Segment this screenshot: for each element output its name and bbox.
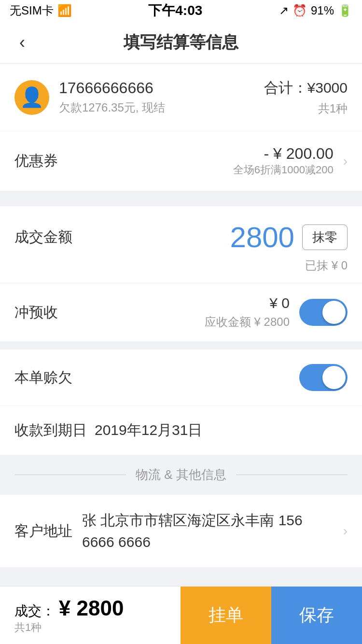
deal-amount-number: 2800 [230, 221, 294, 254]
status-time: 下午4:03 [148, 1, 202, 20]
logistics-line-left [14, 475, 126, 475]
deal-row: 成交金额 2800 抹零 [14, 221, 348, 254]
bottom-deal-info: 成交： ¥ 2800 共1种 [0, 596, 181, 635]
battery-level: 91% [311, 4, 334, 17]
page-title: 填写结算等信息 [124, 31, 238, 54]
coupon-discount: - ¥ 200.00 [233, 145, 334, 163]
nav-bar: ‹ 填写结算等信息 [0, 21, 362, 64]
due-date-section: 收款到期日 2019年12月31日 [0, 406, 362, 455]
coupon-detail: 全场6折满1000减200 [233, 163, 334, 177]
pre-collect-right: ¥ 0 应收金额 ¥ 2800 [205, 295, 348, 330]
due-row: 收款到期日 2019年12月31日 [14, 420, 348, 440]
chevron-right-icon: › [343, 154, 348, 169]
customer-phone: 17666666666 [59, 79, 264, 97]
total-amount: 合计：¥3000 [264, 78, 348, 98]
coupon-label: 优惠券 [14, 151, 233, 171]
battery-icon: 🔋 [338, 4, 352, 17]
deal-amount-label: 成交金额 [14, 227, 72, 247]
bottom-deal-amount: ¥ 2800 [59, 596, 124, 620]
round-zero-button[interactable]: 抹零 [302, 224, 348, 250]
logistics-text: 物流 & 其他信息 [126, 466, 236, 483]
alarm-icon: ⏰ [292, 4, 307, 17]
coupon-right: - ¥ 200.00 全场6折满1000减200 › [233, 145, 348, 177]
toggle-knob [322, 301, 346, 324]
location-icon: ↗ [279, 4, 289, 17]
address-label: 客户地址 [14, 521, 72, 541]
debit-toggle[interactable] [299, 364, 348, 391]
due-date-value: 2019年12月31日 [95, 420, 202, 440]
back-button[interactable]: ‹ [14, 28, 30, 57]
pre-collect-toggle[interactable] [299, 299, 348, 326]
debit-toggle-knob [322, 366, 346, 389]
customer-info: 17666666666 欠款1276.35元, 现结 [59, 79, 264, 115]
pending-button[interactable]: 挂单 [181, 587, 271, 644]
pre-collect-row: 冲预收 ¥ 0 应收金额 ¥ 2800 [14, 295, 348, 330]
total-count: 共1种 [264, 101, 348, 116]
debit-label: 本单赊欠 [14, 368, 72, 388]
address-chevron-icon: › [343, 523, 348, 539]
deal-amount-section: 成交金额 2800 抹零 已抹 ¥ 0 [0, 206, 362, 283]
due-date-label: 收款到期日 [14, 420, 87, 440]
avatar: 👤 [14, 80, 49, 115]
status-right: ↗ ⏰ 91% 🔋 [279, 4, 352, 17]
avatar-icon: 👤 [20, 86, 44, 109]
customer-row: 👤 17666666666 欠款1276.35元, 现结 合计：¥3000 共1… [0, 64, 362, 131]
logistics-line-right [236, 475, 348, 475]
bottom-deal-label: 成交： [14, 603, 55, 618]
pre-collect-label: 冲预收 [14, 303, 58, 322]
wifi-icon: 📶 [57, 4, 72, 17]
no-sim-label: 无SIM卡 [10, 3, 54, 18]
deal-sub-text: 已抹 ¥ 0 [14, 258, 348, 273]
section-divider-2 [0, 341, 362, 349]
pre-collect-sub: 应收金额 ¥ 2800 [205, 314, 290, 330]
save-button[interactable]: 保存 [271, 587, 362, 644]
pre-collect-amount-wrap: ¥ 0 应收金额 ¥ 2800 [205, 295, 290, 330]
address-section[interactable]: 客户地址 张 北京市市辖区海淀区永丰南 156 6666 6666 › [0, 495, 362, 567]
status-left: 无SIM卡 📶 [10, 3, 72, 18]
customer-total: 合计：¥3000 共1种 [264, 78, 348, 116]
address-value: 张 北京市市辖区海淀区永丰南 156 6666 6666 [82, 509, 338, 553]
coupon-row[interactable]: 优惠券 - ¥ 200.00 全场6折满1000减200 › [0, 131, 362, 191]
bottom-deal-count: 共1种 [14, 620, 166, 635]
customer-section: 👤 17666666666 欠款1276.35元, 现结 合计：¥3000 共1… [0, 64, 362, 191]
pre-collect-section: 冲预收 ¥ 0 应收金额 ¥ 2800 [0, 283, 362, 341]
debit-section: 本单赊欠 [0, 349, 362, 406]
deal-value-area: 2800 抹零 [230, 221, 348, 254]
status-bar: 无SIM卡 📶 下午4:03 ↗ ⏰ 91% 🔋 [0, 0, 362, 21]
pre-collect-amount: ¥ 0 [205, 295, 290, 311]
customer-subtitle: 欠款1276.35元, 现结 [59, 100, 264, 115]
bottom-deal-label-row: 成交： ¥ 2800 [14, 596, 166, 620]
section-divider-1 [0, 198, 362, 206]
bottom-bar: 成交： ¥ 2800 共1种 挂单 保存 [0, 586, 362, 644]
logistics-divider: 物流 & 其他信息 [0, 455, 362, 495]
